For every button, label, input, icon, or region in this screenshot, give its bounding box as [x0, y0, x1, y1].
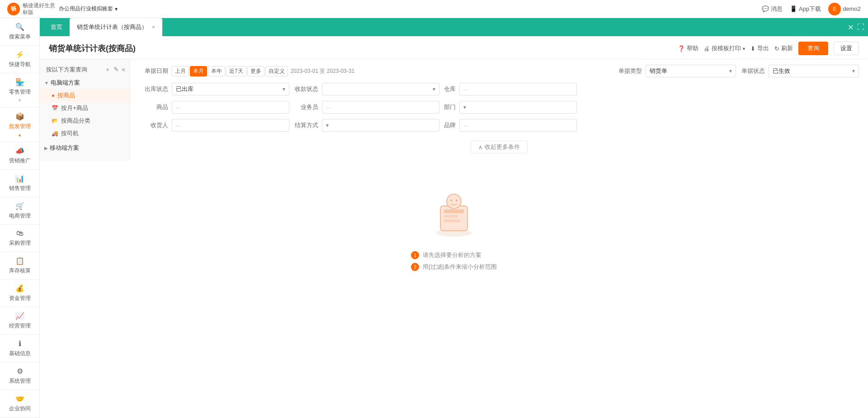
sidebar-item-operation[interactable]: 📈 经营管理 — [0, 307, 39, 335]
date-btn-lastmonth[interactable]: 上月 — [172, 66, 189, 76]
sidebar-item-system[interactable]: ⚙ 系统管理 — [0, 362, 39, 390]
query-button[interactable]: 查询 — [798, 42, 828, 55]
finance-icon: 💰 — [15, 284, 24, 293]
filter-row-3: 商品 ··· 业务员 ··· 部门 ▾ — [139, 101, 859, 114]
date-btn-more[interactable]: 更多 — [247, 66, 264, 76]
system-icon: ⚙ — [17, 367, 23, 375]
collapse-icon: ∧ — [478, 144, 483, 151]
collapse-button[interactable]: ∧ 收起更多条件 — [471, 141, 528, 153]
sidebar-item-retail[interactable]: 🏪 零售管理 ▾ — [0, 73, 39, 108]
scheme-item-by-month-product[interactable]: 📅 按月+商品 — [40, 102, 130, 114]
date-btn-custom[interactable]: 自定义 — [265, 66, 288, 76]
app-download-button[interactable]: 📱 App下载 — [790, 5, 821, 13]
tab-bar-right: ✕ ⛶ — [848, 23, 864, 32]
out-status-label: 出库状态 — [139, 85, 168, 93]
tab-active[interactable]: 销货单统计计表（按商品） × — [70, 18, 162, 36]
export-icon: ⬇ — [750, 45, 755, 52]
scheme-item-by-category[interactable]: 📂 按商品分类 — [40, 114, 130, 127]
svg-rect-3 — [444, 215, 458, 218]
empty-tip-2: 2 用[过滤]条件来缩小分析范围 — [411, 263, 496, 271]
sidebar-item-basic[interactable]: ℹ 基础信息 — [0, 335, 39, 362]
sidebar-item-quicknav[interactable]: ⚡ 快捷导航 — [0, 46, 39, 73]
empty-tip-1: 1 请先选择要分析的方案 — [411, 251, 496, 259]
svg-point-7 — [456, 200, 458, 201]
date-quick-buttons: 上月 本月 本年 近7天 更多 自定义 — [172, 66, 288, 76]
out-status-control[interactable]: 已出库 ▾ — [172, 83, 289, 95]
settlement-arrow-icon: ▾ — [326, 122, 329, 128]
date-label: 单据日期 — [139, 67, 168, 75]
filter-area: 按以下方案查询 ＋ ✎ « ▼ 电脑端方案 ● — [40, 59, 868, 161]
chevron-down-icon: ▾ — [115, 6, 118, 12]
brand-control[interactable]: ··· — [459, 119, 577, 132]
warehouse-control[interactable]: ··· — [459, 83, 577, 95]
help-button[interactable]: ❓ 帮助 — [678, 44, 698, 52]
tab-close-icon[interactable]: × — [152, 24, 155, 30]
wholesale-icon: 📦 — [15, 112, 24, 121]
message-button[interactable]: 💬 消息 — [762, 5, 783, 13]
collect-status-control[interactable]: ▾ — [322, 83, 439, 95]
sidebar-item-marketing[interactable]: 📣 营销推广 — [0, 142, 39, 170]
doc-type-arrow-icon: ▾ — [729, 68, 732, 74]
sidebar-item-finance[interactable]: 💰 资金管理 — [0, 280, 39, 307]
scheme-mobile-group: ▶ 移动端方案 — [40, 142, 130, 154]
product-label: 商品 — [139, 103, 168, 111]
sidebar-item-wholesale[interactable]: 📦 批发管理 ▴ — [0, 108, 39, 142]
scheme-group-header-mobile[interactable]: ▶ 移动端方案 — [40, 142, 130, 154]
doc-status-control[interactable]: 已生效 ▾ — [769, 65, 859, 77]
receiver-label: 收货人 — [139, 121, 168, 129]
dept-arrow-icon: ▾ — [463, 104, 466, 110]
maximize-icon[interactable]: ⛶ — [857, 23, 864, 31]
basic-icon: ℹ — [19, 339, 21, 348]
sidebar-item-enterprise[interactable]: 🤝 企业协同 — [0, 390, 39, 418]
print-icon: 🖨 — [704, 45, 710, 52]
tab-home[interactable]: 首页 — [43, 18, 70, 36]
edit-scheme-icon[interactable]: ✎ — [113, 66, 119, 74]
marketing-icon: 📣 — [15, 147, 24, 155]
date-btn-thismonth[interactable]: 本月 — [190, 66, 207, 76]
scheme-item-by-printer[interactable]: 🚚 按司机 — [40, 127, 130, 140]
content-area: 首页 销货单统计计表（按商品） × ✕ ⛶ 销货单统计计表(按商品) ❓ 帮助 — [40, 18, 868, 418]
doc-type-control[interactable]: 销货单 ▾ — [646, 65, 736, 77]
refresh-button[interactable]: ↻ 刷新 — [774, 44, 793, 52]
receiver-control[interactable]: ··· — [172, 119, 289, 132]
sidebar: 🔍 搜索菜单 ⚡ 快捷导航 🏪 零售管理 ▾ 📦 批发管理 ▴ 📣 营销推广 📊… — [0, 18, 40, 418]
truck-icon: 🚚 — [52, 130, 58, 137]
date-btn-thisyear[interactable]: 本年 — [208, 66, 225, 76]
sidebar-item-inventory[interactable]: 📋 库存核算 — [0, 252, 39, 280]
staff-control[interactable]: ··· — [322, 101, 439, 114]
topbar: 畅 畅捷通好生意 标版 办公用品行业模拟账套 ▾ 💬 消息 📱 App下载 E … — [0, 0, 868, 18]
sidebar-item-ecom[interactable]: 🛒 电商管理 — [0, 197, 39, 225]
ecom-icon: 🛒 — [15, 202, 24, 210]
add-scheme-icon[interactable]: ＋ — [104, 66, 111, 74]
page-title: 销货单统计计表(按商品) — [49, 43, 136, 54]
product-placeholder: ··· — [176, 104, 285, 111]
scheme-item-by-product[interactable]: ● 按商品 — [40, 89, 130, 102]
sidebar-item-search[interactable]: 🔍 搜索菜单 — [0, 18, 39, 46]
out-status-arrow-icon: ▾ — [283, 86, 285, 92]
workspace-selector[interactable]: 办公用品行业模拟账套 ▾ — [59, 5, 118, 13]
scheme-group-header-desktop[interactable]: ▼ 电脑端方案 — [40, 76, 130, 89]
doc-type-value: 销货单 — [650, 67, 729, 75]
scheme-header: 按以下方案查询 ＋ ✎ « — [40, 63, 130, 76]
collapse-scheme-icon[interactable]: « — [122, 66, 125, 74]
scheme-header-icons: ＋ ✎ « — [104, 66, 125, 74]
dept-control[interactable]: ▾ — [459, 101, 577, 114]
print-button[interactable]: 🖨 按模板打印 ▾ — [704, 44, 745, 52]
close-window-icon[interactable]: ✕ — [848, 23, 854, 32]
product-control[interactable]: ··· — [172, 101, 289, 114]
dept-label: 部门 — [443, 103, 456, 111]
settings-button[interactable]: 设置 — [834, 42, 859, 55]
out-status-value: 已出库 — [176, 85, 283, 93]
sales-icon: 📊 — [15, 174, 24, 183]
date-btn-7days[interactable]: 近7天 — [226, 66, 246, 76]
settlement-control[interactable]: ▾ — [322, 119, 439, 132]
user-menu[interactable]: E demo2 — [828, 3, 861, 15]
settlement-label: 结算方式 — [293, 121, 318, 129]
sidebar-item-sales[interactable]: 📊 销售管理 — [0, 170, 39, 197]
scheme-panel: 按以下方案查询 ＋ ✎ « ▼ 电脑端方案 ● — [40, 59, 130, 161]
export-button[interactable]: ⬇ 导出 — [750, 44, 769, 52]
sidebar-item-purchase[interactable]: 🛍 采购管理 — [0, 225, 39, 252]
doc-status-label: 单据状态 — [740, 67, 765, 75]
help-icon: ❓ — [678, 45, 685, 52]
svg-point-6 — [450, 200, 452, 201]
